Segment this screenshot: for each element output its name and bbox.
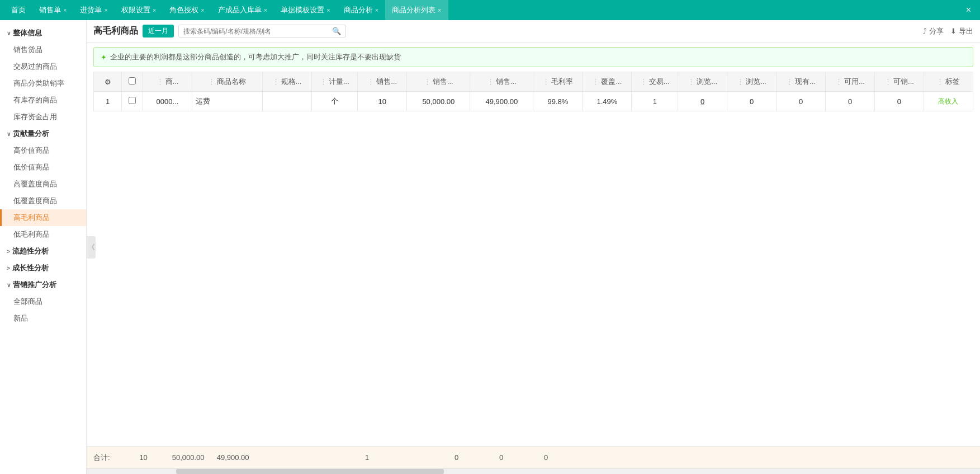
sidebar-item-销售货品[interactable]: 销售货品 <box>0 41 86 58</box>
col-label-11: 交易... <box>649 77 670 86</box>
nav-item-产成品入库单[interactable]: 产成品入库单 × <box>211 0 274 20</box>
sidebar-group-label: 流趋性分析 <box>12 246 49 256</box>
col-header-3[interactable]: ⋮商品名称 <box>192 72 262 92</box>
nav-item-权限设置[interactable]: 权限设置 × <box>115 0 163 20</box>
col-label-14: 现有... <box>795 77 816 86</box>
col-header-15[interactable]: ⋮可用... <box>826 72 875 92</box>
chevron-icon: ∨ <box>7 131 11 137</box>
col-header-14[interactable]: ⋮现有... <box>777 72 826 92</box>
col-header-6[interactable]: ⋮销售... <box>358 72 407 92</box>
nav-close-icon[interactable]: × <box>104 7 107 13</box>
col-header-9[interactable]: ⋮毛利率 <box>533 72 583 92</box>
margin-rate-cell: 99.8% <box>533 92 583 111</box>
col-header-17[interactable]: ⋮标签 <box>924 72 973 92</box>
sidebar-item-高价值商品[interactable]: 高价值商品 <box>0 142 86 159</box>
col-header-12[interactable]: ⋮浏览... <box>678 72 727 92</box>
sidebar-item-低毛利商品[interactable]: 低毛利商品 <box>0 226 86 243</box>
chevron-icon: > <box>7 265 10 271</box>
settings-icon[interactable]: ⚙ <box>105 78 111 86</box>
code-cell: 0000... <box>143 92 192 111</box>
search-input[interactable] <box>183 27 332 35</box>
browse2-cell: 0 <box>727 92 777 111</box>
col-label-2: 商... <box>165 77 179 86</box>
nav-item-销售单[interactable]: 销售单 × <box>32 0 73 20</box>
data-table: ⚙⋮商...⋮商品名称⋮规格...⋮计量...⋮销售...⋮销售...⋮销售..… <box>93 72 973 111</box>
export-button[interactable]: ⬇ 导出 <box>950 26 973 36</box>
sidebar-group-成长性分析[interactable]: >成长性分析 <box>0 260 86 276</box>
col-header-10[interactable]: ⋮覆盖... <box>583 72 632 92</box>
tag-cell: 高收入 <box>924 92 973 111</box>
col-header-7[interactable]: ⋮销售... <box>407 72 470 92</box>
nav-item-角色授权[interactable]: 角色授权 × <box>163 0 211 20</box>
sidebar-group-label: 整体信息 <box>13 28 42 38</box>
nav-close-icon[interactable]: × <box>326 7 330 13</box>
sidebar: ∨整体信息销售货品交易过的商品商品分类助销率有库存的商品库存资金占用∨贡献量分析… <box>0 20 87 474</box>
sidebar-item-交易过的商品[interactable]: 交易过的商品 <box>0 58 86 75</box>
col-header-5[interactable]: ⋮计量... <box>311 72 358 92</box>
sidebar-item-低价值商品[interactable]: 低价值商品 <box>0 159 86 176</box>
close-window-button[interactable]: × <box>962 5 976 15</box>
nav-item-首页[interactable]: 首页 <box>4 0 32 20</box>
checkbox-cell[interactable] <box>122 92 143 111</box>
sidebar-item-新品[interactable]: 新品 <box>0 310 86 327</box>
nav-close-icon[interactable]: × <box>375 7 378 13</box>
unit-cell: 个 <box>311 92 358 111</box>
nav-close-icon[interactable]: × <box>438 7 441 13</box>
date-filter-button[interactable]: 近一月 <box>143 25 174 37</box>
col-header-16[interactable]: ⋮可销... <box>874 72 924 92</box>
footer-cell-16 <box>569 453 613 462</box>
share-button[interactable]: ⤴ 分享 <box>923 26 944 36</box>
sidebar-item-库存资金占用[interactable]: 库存资金占用 <box>0 109 86 125</box>
footer-totals: 1050,000.0049,900.001000 <box>121 453 973 462</box>
col-header-4[interactable]: ⋮规格... <box>262 72 311 92</box>
nav-item-单据模板设置[interactable]: 单据模板设置 × <box>274 0 337 20</box>
col-header-8[interactable]: ⋮销售... <box>470 72 533 92</box>
search-box: 🔍 <box>178 25 346 37</box>
sidebar-item-高覆盖度商品[interactable]: 高覆盖度商品 <box>0 176 86 193</box>
sidebar-group-贡献量分析[interactable]: ∨贡献量分析 <box>0 125 86 142</box>
nav-close-icon[interactable]: × <box>153 7 156 13</box>
sidebar-group-整体信息[interactable]: ∨整体信息 <box>0 25 86 41</box>
nav-close-icon[interactable]: × <box>201 7 204 13</box>
col-label-12: 浏览... <box>697 77 717 86</box>
select-all-checkbox[interactable] <box>129 77 136 85</box>
sidebar-item-全部商品[interactable]: 全部商品 <box>0 293 86 310</box>
footer-cell-11: 1 <box>345 453 390 462</box>
sales-qty-cell: 10 <box>358 92 407 111</box>
coverage-cell: 1.49% <box>583 92 632 111</box>
browse-link[interactable]: 0 <box>700 97 704 106</box>
nav-item-商品分析列表[interactable]: 商品分析列表 × <box>385 0 448 20</box>
footer-cell-17 <box>613 453 658 462</box>
sidebar-item-有库存的商品[interactable]: 有库存的商品 <box>0 92 86 109</box>
nav-close-icon[interactable]: × <box>264 7 267 13</box>
col-label-13: 浏览... <box>746 77 766 86</box>
row-checkbox[interactable] <box>129 97 136 104</box>
sidebar-item-商品分类助销率[interactable]: 商品分类助销率 <box>0 75 86 92</box>
footer-cell-6: 10 <box>121 453 166 462</box>
sidebar-group-label: 营销推广分析 <box>13 280 56 290</box>
collapse-sidebar-button[interactable]: 《 <box>87 236 96 259</box>
header-actions: ⤴ 分享 ⬇ 导出 <box>923 26 973 36</box>
search-icon[interactable]: 🔍 <box>332 27 341 35</box>
nav-item-进货单[interactable]: 进货单 × <box>73 0 114 20</box>
footer-label: 合计: <box>93 453 110 463</box>
sidebar-item-低覆盖度商品[interactable]: 低覆盖度商品 <box>0 193 86 209</box>
col-header-11[interactable]: ⋮交易... <box>632 72 678 92</box>
sidebar-item-高毛利商品[interactable]: 高毛利商品 <box>0 209 86 226</box>
nav-item-商品分析[interactable]: 商品分析 × <box>337 0 385 20</box>
sidebar-group-流趋性分析[interactable]: >流趋性分析 <box>0 243 86 260</box>
nav-close-icon[interactable]: × <box>63 7 67 13</box>
info-message: 企业的主要的利润都是这部分商品创造的，可考虑加大推广，同时关注库存是不要出现缺货 <box>110 52 401 62</box>
footer-cell-15: 0 <box>524 453 569 462</box>
sidebar-group-营销推广分析[interactable]: ∨营销推广分析 <box>0 276 86 293</box>
col-label-10: 覆盖... <box>601 77 622 86</box>
bottom-scrollbar[interactable] <box>87 468 980 474</box>
col-header-0: ⚙ <box>94 72 122 92</box>
col-header-2[interactable]: ⋮商... <box>143 72 192 92</box>
available-cell: 0 <box>826 92 875 111</box>
chevron-icon: > <box>7 248 10 255</box>
col-label-3: 商品名称 <box>217 77 246 86</box>
col-header-13[interactable]: ⋮浏览... <box>727 72 777 92</box>
main-area: ∨整体信息销售货品交易过的商品商品分类助销率有库存的商品库存资金占用∨贡献量分析… <box>0 20 980 474</box>
browse1-cell[interactable]: 0 <box>678 92 727 111</box>
